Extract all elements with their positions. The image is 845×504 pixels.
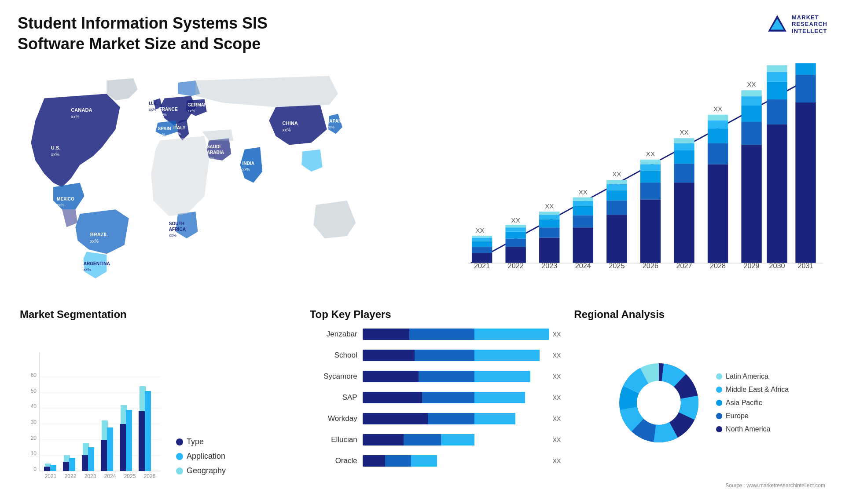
- svg-rect-37: [472, 247, 492, 253]
- reg-legend-europe: Europe: [716, 412, 789, 420]
- reg-legend-apac-label: Asia Pacific: [726, 399, 762, 407]
- reg-legend-latin-label: Latin America: [726, 373, 768, 380]
- svg-text:XX: XX: [646, 150, 655, 157]
- svg-text:40: 40: [31, 403, 37, 409]
- svg-text:xx%: xx%: [283, 128, 291, 132]
- svg-rect-88: [708, 120, 728, 128]
- legend-geography-label: Geography: [187, 466, 226, 475]
- svg-text:xx%: xx%: [159, 112, 167, 117]
- application-dot: [176, 453, 183, 460]
- svg-rect-139: [126, 410, 132, 471]
- player-name-oracle: Oracle: [310, 453, 363, 468]
- player-val-2: XX: [553, 373, 561, 380]
- legend-item-type: Type: [176, 437, 226, 446]
- svg-rect-80: [674, 150, 694, 164]
- svg-text:GERMANY: GERMANY: [187, 102, 210, 107]
- svg-rect-45: [505, 231, 525, 238]
- segmentation-section: Market Segmentation 0 10 20 30 40 50 60: [18, 306, 299, 491]
- svg-text:CHINA: CHINA: [283, 121, 298, 126]
- svg-rect-71: [640, 199, 661, 263]
- svg-text:2023: 2023: [541, 262, 557, 270]
- svg-rect-142: [63, 462, 69, 471]
- svg-text:XX: XX: [511, 216, 520, 223]
- svg-text:2022: 2022: [65, 473, 77, 479]
- svg-text:30: 30: [31, 419, 37, 425]
- svg-text:2021: 2021: [474, 262, 490, 270]
- svg-text:60: 60: [31, 372, 37, 378]
- svg-rect-85: [708, 164, 728, 263]
- svg-rect-93: [741, 122, 761, 145]
- svg-text:XX: XX: [545, 202, 554, 210]
- svg-text:U.S.: U.S.: [51, 145, 61, 150]
- svg-text:XX: XX: [713, 105, 722, 112]
- europe-dot: [716, 413, 722, 419]
- svg-rect-51: [539, 227, 559, 237]
- svg-text:50: 50: [31, 388, 37, 394]
- svg-text:2025: 2025: [124, 473, 136, 479]
- svg-text:2028: 2028: [710, 262, 726, 270]
- svg-rect-143: [82, 455, 88, 471]
- svg-text:xx%: xx%: [71, 114, 79, 119]
- na-dot: [716, 426, 722, 432]
- svg-rect-50: [539, 237, 559, 263]
- svg-rect-74: [640, 164, 661, 171]
- world-map-svg: CANADA xx% U.S. xx% MEXICO xx% BRAZIL xx…: [18, 59, 418, 298]
- svg-text:xx%: xx%: [84, 267, 91, 271]
- legend-application-label: Application: [187, 452, 225, 461]
- svg-point-158: [638, 382, 680, 424]
- svg-text:2029: 2029: [744, 262, 760, 270]
- player-name-school: School: [310, 348, 363, 363]
- svg-text:XX: XX: [680, 128, 688, 136]
- segmentation-title: Market Segmentation: [20, 308, 297, 321]
- svg-text:SPAIN: SPAIN: [158, 126, 171, 131]
- svg-rect-144: [101, 440, 107, 471]
- svg-rect-44: [505, 238, 525, 247]
- latin-dot: [716, 373, 722, 380]
- geography-dot: [176, 467, 183, 475]
- svg-text:CANADA: CANADA: [71, 107, 92, 112]
- svg-rect-40: [472, 235, 492, 237]
- svg-rect-87: [708, 128, 728, 143]
- svg-text:2026: 2026: [144, 473, 156, 479]
- logo-icon: [766, 13, 788, 35]
- player-name-jenzabar: Jenzabar: [310, 327, 363, 342]
- svg-text:ITALY: ITALY: [173, 125, 186, 130]
- type-dot: [176, 438, 183, 446]
- player-names-col: Jenzabar School Sycamore SAP Workday Ell…: [310, 325, 363, 468]
- reg-legend-mea: Middle East & Africa: [716, 386, 789, 394]
- svg-rect-92: [741, 145, 761, 263]
- svg-rect-101: [767, 81, 787, 99]
- svg-rect-94: [741, 106, 761, 122]
- player-val-1: XX: [553, 352, 561, 359]
- svg-text:2024: 2024: [104, 473, 116, 479]
- svg-text:XX: XX: [579, 188, 588, 195]
- legend-item-application: Application: [176, 452, 226, 461]
- svg-rect-66: [606, 190, 627, 200]
- svg-rect-60: [573, 201, 593, 206]
- svg-text:xx%: xx%: [57, 203, 64, 207]
- svg-rect-46: [505, 227, 525, 231]
- svg-rect-99: [767, 124, 787, 263]
- source-text: Source : www.marketresearchintellect.com: [574, 482, 825, 489]
- svg-rect-86: [708, 143, 728, 164]
- svg-rect-52: [539, 219, 559, 227]
- svg-rect-54: [539, 212, 559, 215]
- logo-area: MARKET RESEARCH INTELLECT: [766, 13, 827, 35]
- svg-rect-103: [767, 65, 787, 72]
- svg-text:2021: 2021: [45, 473, 57, 479]
- player-name-sycamore: Sycamore: [310, 369, 363, 384]
- svg-rect-72: [640, 183, 661, 199]
- reg-legend-mea-label: Middle East & Africa: [726, 386, 789, 394]
- svg-rect-57: [573, 227, 593, 263]
- svg-text:SAUDI: SAUDI: [207, 144, 221, 149]
- svg-text:10: 10: [31, 450, 37, 457]
- svg-rect-67: [606, 184, 627, 190]
- segmentation-legend: Type Application Geography: [176, 437, 226, 489]
- svg-text:SOUTH: SOUTH: [169, 221, 184, 226]
- svg-rect-100: [767, 99, 787, 124]
- svg-text:FRANCE: FRANCE: [159, 106, 178, 111]
- regional-section: Regional Analysis: [572, 306, 827, 491]
- svg-rect-53: [539, 215, 559, 219]
- player-val-0: XX: [553, 331, 561, 338]
- svg-text:xx%: xx%: [169, 233, 176, 237]
